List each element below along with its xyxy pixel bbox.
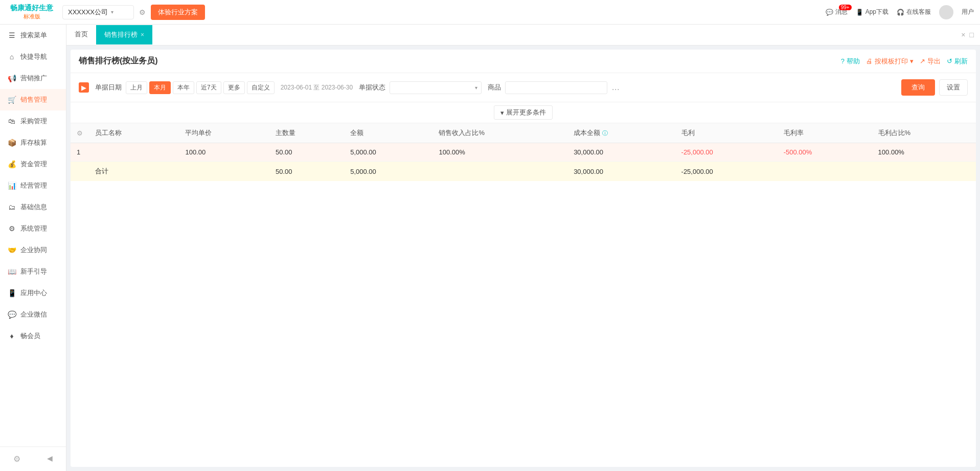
cell-gross-profit: -25,000.00 bbox=[675, 143, 778, 162]
message-item[interactable]: 💬 消息 99+ bbox=[826, 8, 848, 16]
sidebar-item-wechat[interactable]: 💬 企业微信 bbox=[0, 304, 66, 325]
print-arrow-icon: ▾ bbox=[910, 57, 914, 65]
more-filters-icon[interactable]: … bbox=[611, 83, 620, 92]
date-range: 2023-06-01 至 2023-06-30 bbox=[281, 83, 353, 92]
sidebar-item-enterprise[interactable]: 🤝 企业协同 bbox=[0, 239, 66, 261]
cell-total-amount: 5,000.00 bbox=[344, 143, 432, 162]
sidebar-item-basics[interactable]: 🗂 基础信息 bbox=[0, 196, 66, 218]
this-year-btn[interactable]: 本年 bbox=[173, 81, 194, 94]
search-icon: ☰ bbox=[7, 31, 16, 39]
footer-cost-amount: 30,000.00 bbox=[567, 162, 675, 182]
guide-icon: 📖 bbox=[7, 267, 16, 276]
cell-cost-amount: 30,000.00 bbox=[567, 143, 675, 162]
sidebar-item-system[interactable]: ⚙ 系统管理 bbox=[0, 218, 66, 239]
tab-minimize-icon[interactable]: × bbox=[961, 31, 965, 39]
sidebar-label-enterprise: 企业协同 bbox=[20, 245, 47, 255]
sidebar-item-sales[interactable]: 🛒 销售管理 bbox=[0, 89, 66, 110]
sidebar-item-member[interactable]: ♦ 畅会员 bbox=[0, 325, 66, 347]
settings-button[interactable]: 设置 bbox=[939, 79, 968, 96]
tab-home[interactable]: 首页 bbox=[66, 25, 96, 45]
goods-filter-row: 商品 … bbox=[488, 81, 620, 94]
more-btn[interactable]: 更多 bbox=[223, 81, 245, 94]
sidebar-item-purchase[interactable]: 🛍 采购管理 bbox=[0, 110, 66, 132]
headset-icon: 🎧 bbox=[897, 9, 904, 16]
avatar[interactable] bbox=[939, 5, 953, 19]
sidebar-item-guide[interactable]: 📖 新手引导 bbox=[0, 261, 66, 282]
sidebar-label-finance: 资金管理 bbox=[20, 160, 47, 169]
this-month-btn[interactable]: 本月 bbox=[149, 81, 171, 94]
sidebar-item-shortcut[interactable]: ⌂ 快捷导航 bbox=[0, 46, 66, 68]
filter-toggle-button[interactable]: ▶ bbox=[79, 82, 89, 93]
footer-gross-ratio bbox=[872, 162, 976, 182]
page-actions: ? 帮助 🖨 按模板打印 ▾ ↗ 导出 ↺ bbox=[841, 57, 968, 66]
online-service-item[interactable]: 🎧 在线客服 bbox=[897, 8, 931, 16]
trial-button[interactable]: 体验行业方案 bbox=[151, 5, 205, 20]
sidebar-item-appcenter[interactable]: 📱 应用中心 bbox=[0, 282, 66, 304]
goods-input[interactable] bbox=[505, 81, 607, 94]
table-footer-row: 合计 50.00 5,000.00 30,000.00 -25,000.00 bbox=[71, 162, 976, 182]
date-filter-row: 单据日期 上月 本月 本年 近7天 更多 自定义 2023-06-01 至 20… bbox=[95, 81, 353, 94]
operations-icon: 📊 bbox=[7, 182, 16, 190]
expand-filter-row: ▾ 展开更多条件 bbox=[71, 102, 976, 123]
company-selector[interactable]: XXXXXX公司 ▾ bbox=[62, 5, 134, 19]
status-select-wrap bbox=[390, 81, 482, 94]
tab-sales-rank-label: 销售排行榜 bbox=[104, 30, 138, 39]
sidebar-item-inventory[interactable]: 📦 库存核算 bbox=[0, 132, 66, 153]
custom-btn[interactable]: 自定义 bbox=[247, 81, 275, 94]
sidebar-collapse-button[interactable]: ◀ bbox=[44, 451, 56, 467]
logo-title: 畅康通好生意 bbox=[10, 4, 53, 13]
last-month-btn[interactable]: 上月 bbox=[126, 81, 147, 94]
sidebar-item-marketing[interactable]: 📢 营销推广 bbox=[0, 68, 66, 89]
sidebar-settings-button[interactable]: ⚙ bbox=[10, 451, 24, 467]
app-download-item[interactable]: 📱 App下载 bbox=[856, 8, 888, 16]
system-icon: ⚙ bbox=[7, 225, 16, 233]
status-select[interactable] bbox=[390, 81, 482, 94]
footer-main-qty: 50.00 bbox=[269, 162, 344, 182]
sidebar-label-appcenter: 应用中心 bbox=[20, 288, 47, 298]
col-avg-price: 平均单价 bbox=[179, 123, 269, 143]
sidebar: ☰ 搜索菜单 ⌂ 快捷导航 📢 营销推广 🛒 销售管理 🛍 采购管理 📦 库 bbox=[0, 25, 66, 471]
tab-actions: × □ bbox=[961, 31, 980, 39]
message-badge: 99+ bbox=[839, 5, 852, 10]
col-cost-amount: 成本全额 ⓘ bbox=[567, 123, 675, 143]
col-gross-margin: 毛利率 bbox=[778, 123, 872, 143]
help-button[interactable]: ? 帮助 bbox=[841, 57, 860, 66]
wechat-icon: 💬 bbox=[7, 310, 16, 319]
inventory-icon: 📦 bbox=[7, 139, 16, 147]
col-main-qty: 主数量 bbox=[269, 123, 344, 143]
refresh-button[interactable]: ↺ 刷新 bbox=[947, 57, 968, 66]
sidebar-item-search[interactable]: ☰ 搜索菜单 bbox=[0, 25, 66, 46]
logo-sub: 标准版 bbox=[24, 13, 40, 20]
col-gross-profit: 毛利 bbox=[675, 123, 778, 143]
filter-action-buttons: 查询 设置 bbox=[901, 79, 968, 96]
sidebar-bottom: ⚙ ◀ bbox=[0, 446, 66, 471]
sidebar-item-operations[interactable]: 📊 经营管理 bbox=[0, 175, 66, 196]
tab-restore-icon[interactable]: □ bbox=[970, 31, 974, 39]
expand-button[interactable]: ▾ 展开更多条件 bbox=[494, 105, 553, 120]
member-icon: ♦ bbox=[7, 332, 16, 340]
tab-sales-rank[interactable]: 销售排行榜 × bbox=[96, 25, 152, 44]
filter-area: ▶ 单据日期 上月 本月 本年 近7天 更多 自定义 2023-06-01 至 … bbox=[71, 73, 976, 102]
query-button[interactable]: 查询 bbox=[901, 79, 935, 96]
col-settings: ⚙ bbox=[71, 123, 89, 143]
finance-icon: 💰 bbox=[7, 160, 16, 168]
tab-close-icon[interactable]: × bbox=[141, 31, 144, 38]
export-button[interactable]: ↗ 导出 bbox=[920, 57, 941, 66]
print-icon: 🖨 bbox=[866, 57, 873, 65]
sales-icon: 🛒 bbox=[7, 96, 16, 104]
table-container: ⚙ 员工名称 平均单价 主数量 全额 销售收入占比% 成本全额 ⓘ 毛利 毛利率 bbox=[71, 123, 976, 467]
print-button[interactable]: 🖨 按模板打印 ▾ bbox=[866, 57, 914, 66]
app-download-label: App下载 bbox=[865, 8, 888, 16]
status-filter-label: 单据状态 bbox=[359, 83, 385, 92]
sidebar-item-finance[interactable]: 💰 资金管理 bbox=[0, 153, 66, 175]
footer-label: 合计 bbox=[89, 162, 179, 182]
footer-gross-margin bbox=[778, 162, 872, 182]
settings-icon[interactable]: ⚙ bbox=[139, 8, 146, 16]
sales-rank-table: ⚙ 员工名称 平均单价 主数量 全额 销售收入占比% 成本全额 ⓘ 毛利 毛利率 bbox=[71, 123, 976, 181]
sidebar-label-member: 畅会员 bbox=[20, 331, 40, 341]
footer-sales-ratio bbox=[432, 162, 567, 182]
marketing-icon: 📢 bbox=[7, 74, 16, 82]
cell-employee bbox=[89, 143, 179, 162]
last-7days-btn[interactable]: 近7天 bbox=[196, 81, 221, 94]
table-settings-icon[interactable]: ⚙ bbox=[77, 129, 83, 137]
